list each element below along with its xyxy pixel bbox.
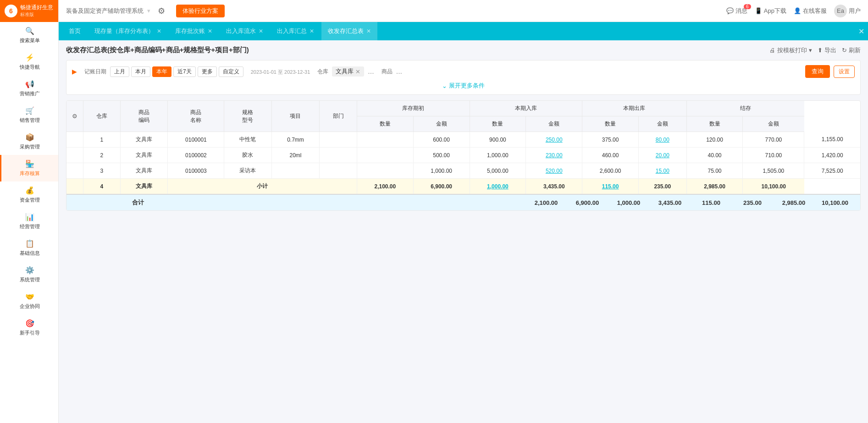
th-opening-group: 库存期初 [357, 101, 470, 116]
td-goods-name-2: 采访本 [224, 163, 271, 179]
warehouse-tag[interactable]: 文具库 ✕ [332, 66, 364, 77]
corp-icon: 🤝 [25, 292, 34, 301]
sidebar-item-operation[interactable]: 📊 经营管理 [0, 208, 58, 235]
subtotal-out-qty[interactable]: 115.00 [582, 179, 639, 194]
th-goods-spec: 规格型号 [224, 101, 271, 132]
date-btn-7days[interactable]: 近7天 [173, 66, 196, 77]
settings-icon[interactable]: ⚙ [158, 6, 165, 16]
subtotal-closing-amount: 10,100.00 [743, 179, 804, 194]
tab-4[interactable]: 出入库汇总 ✕ [271, 22, 321, 40]
tab-3[interactable]: 出入库流水 ✕ [220, 22, 270, 40]
sidebar-item-inventory[interactable]: 🏪 库存核算 [0, 155, 58, 181]
td-in-qty-2[interactable]: 520.00 [526, 163, 582, 179]
chevron-down-icon-expand: ⌄ [442, 82, 447, 89]
date-btn-this-year[interactable]: 本年 [152, 66, 171, 77]
tab-0[interactable]: 首页 [62, 22, 87, 40]
sidebar-item-finance[interactable]: 💰 资金管理 [0, 181, 58, 208]
tab-close-2[interactable]: ✕ [208, 28, 212, 34]
warehouse-more-button[interactable]: ... [368, 67, 374, 76]
column-settings-icon[interactable]: ⚙ [72, 113, 77, 120]
td-closing-qty-1: 710.00 [743, 148, 804, 163]
sidebar-item-guide[interactable]: 🎯 新手引导 [0, 314, 58, 341]
app-download-button[interactable]: 📱 App下载 [755, 7, 786, 15]
tab-close-5[interactable]: ✕ [366, 28, 371, 34]
th-opening-qty: 数量 [357, 116, 413, 132]
sidebar-item-label-quick-nav: 快捷导航 [20, 64, 40, 71]
filter-expand-arrow[interactable]: ▶ [72, 68, 77, 75]
refresh-button[interactable]: ↻ 刷新 [842, 46, 861, 55]
export-button[interactable]: ⬆ 导出 [818, 46, 836, 55]
tab-close-1[interactable]: ✕ [157, 28, 161, 34]
sidebar-item-sales[interactable]: 🛒 销售管理 [0, 102, 58, 128]
td-out-qty-1[interactable]: 20.00 [638, 148, 686, 163]
td-in-amount-1: 460.00 [582, 148, 639, 163]
date-btn-more[interactable]: 更多 [198, 66, 217, 77]
subtotal-out-amount: 235.00 [638, 179, 686, 194]
user-avatar: Ea [834, 5, 847, 17]
sidebar-item-system[interactable]: ⚙️ 系统管理 [0, 261, 58, 288]
footer-total-label: 合计 [88, 198, 188, 207]
th-opening-amount: 金额 [413, 116, 470, 132]
date-btn-this-month[interactable]: 本月 [131, 66, 150, 77]
goods-more-button[interactable]: ... [396, 67, 402, 76]
td-goods-code-0: 0100001 [168, 132, 224, 148]
filter-row-1: ▶ 记账日期 上月 本月 本年 近7天 更多 自定义 [72, 65, 855, 78]
try-industry-button[interactable]: 体验行业方案 [176, 5, 225, 17]
tab-label-5: 收发存汇总表 [328, 27, 364, 35]
service-icon: 👤 [794, 7, 801, 14]
notifications-button[interactable]: 💬 消息 6 [726, 7, 747, 15]
subtotal-row: 4 文具库 小计 2,100.00 6,900.00 1,000.00 3,43… [66, 179, 860, 194]
td-in-qty-0[interactable]: 250.00 [526, 132, 582, 148]
td-closing-amount-2: 7,525.00 [804, 163, 860, 179]
sidebar-item-purchase[interactable]: 📦 采购管理 [0, 128, 58, 155]
td-settings-1 [66, 148, 83, 163]
tab-close-3[interactable]: ✕ [259, 28, 263, 34]
chevron-down-icon: ▾ [809, 47, 812, 54]
tab-2[interactable]: 库存批次账 ✕ [169, 22, 219, 40]
print-button[interactable]: 🖨 按模板打印 ▾ [769, 46, 812, 55]
th-closing-qty: 数量 [686, 116, 743, 132]
th-project: 项目 [271, 101, 320, 132]
warehouse-filter-group: 仓库 文具库 ✕ ... [317, 66, 374, 77]
th-department: 部门 [320, 101, 357, 132]
sidebar-item-search[interactable]: 🔍 搜索菜单 [0, 22, 58, 49]
sidebar-item-quick-nav[interactable]: ⚡ 快捷导航 [0, 49, 58, 75]
sidebar-item-label-corp: 企业协同 [20, 303, 40, 310]
td-in-qty-1[interactable]: 230.00 [526, 148, 582, 163]
subtotal-settings [66, 179, 83, 194]
close-all-tabs-button[interactable]: ✕ [858, 27, 864, 36]
subtotal-in-qty[interactable]: 1,000.00 [470, 179, 526, 194]
td-closing-amount-0: 1,155.00 [804, 132, 860, 148]
search-icon: 🔍 [25, 27, 34, 35]
app-logo: 6 畅捷通好生意 标准版 [0, 0, 58, 22]
td-out-qty-2[interactable]: 15.00 [638, 163, 686, 179]
user-menu-button[interactable]: Ea 用户 [834, 5, 861, 17]
online-service-button[interactable]: 👤 在线客服 [794, 7, 827, 15]
sidebar-item-marketing[interactable]: 📢 营销推广 [0, 75, 58, 102]
sidebar-item-basic[interactable]: 📋 基础信息 [0, 235, 58, 261]
th-out-group: 本期出库 [582, 101, 686, 116]
warehouse-tag-close-icon[interactable]: ✕ [355, 68, 360, 75]
th-in-qty: 数量 [470, 116, 526, 132]
expand-conditions-button[interactable]: ⌄ 展开更多条件 [442, 82, 485, 90]
query-button[interactable]: 查询 [805, 65, 830, 78]
tab-1[interactable]: 现存量（库存分布表） ✕ [88, 22, 168, 40]
subtotal-in-amount: 3,435.00 [526, 179, 582, 194]
date-btn-custom[interactable]: 自定义 [219, 66, 243, 77]
footer-opening-qty: 2,100.00 [525, 199, 567, 206]
tab-close-4[interactable]: ✕ [310, 28, 314, 34]
tab-5[interactable]: 收发存汇总表 ✕ [321, 22, 377, 40]
th-closing-group: 结存 [686, 101, 804, 116]
table-footer: 合计 2,100.00 6,900.00 1,000.00 3,435.00 1… [66, 194, 860, 210]
td-out-qty-0[interactable]: 80.00 [638, 132, 686, 148]
table-row: 1 文具库 0100001 中性笔 0.7mm 600.00 900.00 25… [66, 132, 860, 148]
th-in-amount: 金额 [526, 116, 582, 132]
filter-settings-button[interactable]: 设置 [834, 66, 855, 78]
app-name: 畅捷通好生意 [20, 4, 53, 11]
sidebar-item-corp[interactable]: 🤝 企业协同 [0, 288, 58, 314]
date-btn-last-month[interactable]: 上月 [110, 66, 129, 77]
goods-filter-group: 商品 ... [381, 67, 402, 76]
td-warehouse-2: 文具库 [121, 163, 168, 179]
tab-label-2: 库存批次账 [175, 27, 205, 35]
filter-bar: ▶ 记账日期 上月 本月 本年 近7天 更多 自定义 [66, 60, 861, 95]
